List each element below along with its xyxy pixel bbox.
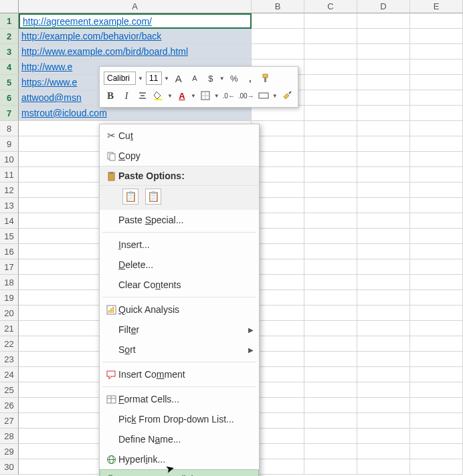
- cell-e8[interactable]: [410, 121, 463, 136]
- cell-c11[interactable]: [304, 167, 357, 183]
- cell-e24[interactable]: [410, 367, 463, 382]
- merge-dropdown-icon[interactable]: ▼: [272, 93, 278, 99]
- cell-c20[interactable]: [304, 306, 357, 321]
- cell-c12[interactable]: [304, 183, 357, 198]
- cell-c2[interactable]: [304, 29, 357, 44]
- cell-e13[interactable]: [410, 198, 463, 213]
- borders-button[interactable]: [199, 89, 212, 102]
- percent-button[interactable]: %: [227, 72, 241, 85]
- cell-d6[interactable]: [357, 90, 410, 106]
- cell-a3[interactable]: http://www.example.com/bird/board.html: [19, 44, 252, 60]
- cell-e12[interactable]: [410, 183, 463, 198]
- cell-d21[interactable]: [357, 321, 410, 336]
- cell-c5[interactable]: [304, 75, 357, 90]
- row-header-17[interactable]: 17: [0, 259, 19, 275]
- row-header-4[interactable]: 4: [0, 60, 19, 75]
- cell-c17[interactable]: [304, 259, 357, 275]
- cell-c23[interactable]: [304, 352, 357, 367]
- font-name-dropdown-icon[interactable]: ▼: [138, 76, 143, 82]
- cell-e29[interactable]: [410, 444, 463, 459]
- cell-d8[interactable]: [357, 121, 410, 136]
- currency-button[interactable]: $: [204, 72, 217, 85]
- cell-d28[interactable]: [357, 429, 410, 444]
- cell-e28[interactable]: [410, 429, 463, 444]
- menu-remove-hyperlinks[interactable]: Remove Hyperlinks: [100, 469, 259, 476]
- menu-format-cells[interactable]: Format Cells...: [100, 389, 259, 409]
- menu-insert-comment[interactable]: Insert Comment: [100, 364, 259, 384]
- cell-d5[interactable]: [357, 75, 410, 90]
- cell-e4[interactable]: [410, 60, 463, 75]
- cell-e22[interactable]: [410, 336, 463, 352]
- menu-hyperlink[interactable]: Hyperlink...: [100, 449, 259, 469]
- cell-c16[interactable]: [304, 244, 357, 259]
- cell-d29[interactable]: [357, 444, 410, 459]
- format-painter-button[interactable]: [260, 72, 273, 85]
- col-header-b[interactable]: B: [252, 0, 304, 13]
- cell-c30[interactable]: [304, 459, 357, 475]
- row-header-22[interactable]: 22: [0, 336, 19, 352]
- cell-e23[interactable]: [410, 352, 463, 367]
- cell-c24[interactable]: [304, 367, 357, 382]
- cell-e20[interactable]: [410, 306, 463, 321]
- hyperlink-text[interactable]: https://www.e: [21, 77, 77, 88]
- cell-b7[interactable]: [252, 106, 304, 121]
- cell-c18[interactable]: [304, 275, 357, 290]
- cell-c15[interactable]: [304, 229, 357, 244]
- align-center-button[interactable]: [136, 89, 149, 102]
- row-header-1[interactable]: 1: [0, 13, 19, 29]
- format-painter2-button[interactable]: [280, 89, 294, 102]
- row-header-19[interactable]: 19: [0, 290, 19, 306]
- hyperlink-text[interactable]: attwood@msn: [21, 92, 82, 103]
- font-color-button[interactable]: A: [175, 89, 189, 102]
- cell-c21[interactable]: [304, 321, 357, 336]
- cell-e14[interactable]: [410, 213, 463, 229]
- font-color-dropdown-icon[interactable]: ▼: [191, 93, 196, 99]
- cell-e7[interactable]: [410, 106, 463, 121]
- menu-clear-contents[interactable]: Clear Contents: [100, 275, 259, 295]
- cell-e18[interactable]: [410, 275, 463, 290]
- menu-insert[interactable]: Insert...: [100, 235, 259, 255]
- cell-d23[interactable]: [357, 352, 410, 367]
- cell-d19[interactable]: [357, 290, 410, 306]
- row-header-26[interactable]: 26: [0, 398, 19, 413]
- cell-d2[interactable]: [357, 29, 410, 44]
- cell-d18[interactable]: [357, 275, 410, 290]
- row-header-5[interactable]: 5: [0, 75, 19, 90]
- cell-e6[interactable]: [410, 90, 463, 106]
- col-header-a[interactable]: A: [19, 0, 252, 13]
- cell-c29[interactable]: [304, 444, 357, 459]
- menu-copy[interactable]: Copy: [100, 146, 259, 166]
- hyperlink-text[interactable]: http://www.example.com/bird/board.html: [21, 46, 188, 57]
- col-header-c[interactable]: C: [304, 0, 357, 13]
- currency-dropdown-icon[interactable]: ▼: [219, 76, 225, 82]
- cell-d10[interactable]: [357, 152, 410, 167]
- hyperlink-text[interactable]: http://www.e: [21, 62, 72, 72]
- cell-d12[interactable]: [357, 183, 410, 198]
- cell-e26[interactable]: [410, 398, 463, 413]
- cell-c7[interactable]: [304, 106, 357, 121]
- cell-b2[interactable]: [252, 29, 304, 44]
- fill-color-button[interactable]: [152, 89, 165, 102]
- cell-e1[interactable]: [410, 13, 463, 29]
- cell-d15[interactable]: [357, 229, 410, 244]
- hyperlink-text[interactable]: mstrout@icloud.com: [21, 108, 107, 118]
- cell-d17[interactable]: [357, 259, 410, 275]
- row-header-29[interactable]: 29: [0, 444, 19, 459]
- cell-e17[interactable]: [410, 259, 463, 275]
- cell-e16[interactable]: [410, 244, 463, 259]
- cell-d25[interactable]: [357, 382, 410, 398]
- cell-c22[interactable]: [304, 336, 357, 352]
- cell-d30[interactable]: [357, 459, 410, 475]
- row-header-27[interactable]: 27: [0, 413, 19, 429]
- cell-c4[interactable]: [304, 60, 357, 75]
- cell-e9[interactable]: [410, 136, 463, 152]
- cell-c26[interactable]: [304, 398, 357, 413]
- font-size-dropdown-icon[interactable]: ▼: [164, 76, 169, 82]
- cell-d1[interactable]: [357, 13, 410, 29]
- row-header-16[interactable]: 16: [0, 244, 19, 259]
- cell-e30[interactable]: [410, 459, 463, 475]
- row-header-25[interactable]: 25: [0, 382, 19, 398]
- cell-c14[interactable]: [304, 213, 357, 229]
- cell-e3[interactable]: [410, 44, 463, 60]
- cell-e19[interactable]: [410, 290, 463, 306]
